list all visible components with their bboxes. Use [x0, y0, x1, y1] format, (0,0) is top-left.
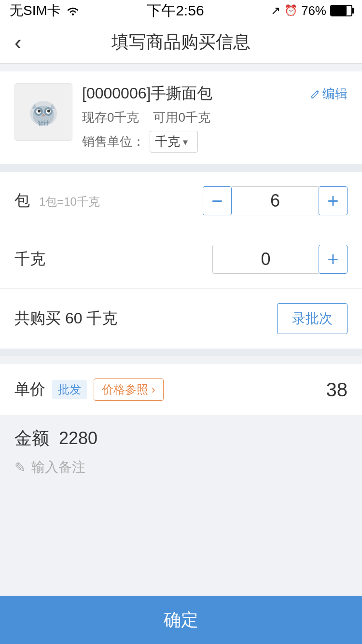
svg-point-0 — [72, 14, 74, 15]
edit-button[interactable]: 编辑 — [310, 85, 348, 102]
page-title: 填写商品购买信息 — [111, 30, 251, 54]
amount-label: 金额 — [14, 428, 49, 448]
kg-plus-button[interactable]: + — [319, 245, 348, 274]
unit-select[interactable]: 千克 ▾ — [150, 131, 198, 153]
status-bar: 无SIM卡 下午2:56 ↗ ⏰ 76% — [0, 0, 362, 21]
stock-spacer — [143, 110, 150, 125]
package-plus-button[interactable]: + — [319, 186, 348, 215]
amount-row: 金额 2280 — [14, 427, 348, 450]
batch-button[interactable]: 录批次 — [277, 303, 348, 334]
alarm-icon: ⏰ — [284, 4, 297, 17]
bottom-padding — [0, 491, 362, 549]
battery-icon — [330, 5, 352, 16]
confirm-button[interactable]: 确定 — [0, 596, 362, 644]
amount-value: 2280 — [54, 428, 97, 448]
product-owl-logo: 智计 — [24, 95, 63, 129]
available-text: 可用0千克 — [153, 110, 210, 125]
carrier-text: 无SIM卡 — [10, 1, 61, 20]
pencil-icon: ✎ — [14, 460, 26, 476]
kg-qty-input[interactable] — [212, 245, 319, 274]
price-left: 单价 批发 价格参照 › — [14, 378, 164, 401]
location-icon: ↗ — [271, 4, 280, 17]
amount-section: 金额 2280 ✎ 输入备注 — [0, 415, 362, 491]
package-label-group: 包 1包=10千克 — [14, 190, 203, 211]
svg-text:智计: 智计 — [38, 120, 49, 126]
price-ref-button[interactable]: 价格参照 › — [94, 378, 164, 401]
package-input-row: 包 1包=10千克 − + — [0, 172, 362, 230]
svg-point-7 — [38, 110, 41, 112]
edit-icon — [310, 88, 320, 99]
product-info: [0000006]手撕面包 编辑 现存0千克 可用0千克 销售单位： 千克 ▾ — [82, 83, 348, 153]
kg-label: 千克 — [14, 249, 212, 270]
price-section: 单价 批发 价格参照 › 38 — [0, 364, 362, 415]
package-hint: 1包=10千克 — [39, 195, 100, 208]
unit-label: 销售单位： — [82, 133, 145, 150]
unit-value: 千克 — [155, 133, 180, 150]
price-label: 单价 — [14, 379, 45, 400]
package-minus-button[interactable]: − — [203, 186, 232, 215]
section-divider-2 — [0, 349, 362, 356]
status-carrier: 无SIM卡 — [10, 1, 80, 20]
product-unit-row: 销售单位： 千克 ▾ — [82, 131, 348, 153]
kg-input-row: 千克 + — [0, 230, 362, 289]
package-qty-input[interactable] — [232, 186, 319, 215]
product-name-row: [0000006]手撕面包 编辑 — [82, 83, 348, 104]
dropdown-arrow-icon: ▾ — [183, 136, 188, 148]
kg-qty-control: + — [212, 245, 348, 274]
product-card: 智计 [0000006]手撕面包 编辑 现存0千克 可用0千克 销售单位： 千克 — [0, 71, 362, 164]
status-time: 下午2:56 — [147, 1, 204, 21]
total-row: 共购买 60 千克 录批次 — [0, 289, 362, 349]
nav-bar: ‹ 填写商品购买信息 — [0, 21, 362, 64]
total-text: 共购买 60 千克 — [14, 308, 117, 329]
remark-row[interactable]: ✎ 输入备注 — [14, 458, 348, 476]
price-value: 38 — [326, 379, 348, 401]
product-image: 智计 — [14, 83, 72, 141]
svg-point-8 — [47, 110, 50, 112]
product-name: [0000006]手撕面包 — [82, 83, 212, 104]
product-stock: 现存0千克 可用0千克 — [82, 109, 348, 126]
stock-text: 现存0千克 — [82, 110, 139, 125]
package-label: 包 — [14, 192, 30, 209]
remark-placeholder: 输入备注 — [31, 458, 85, 476]
status-right: ↗ ⏰ 76% — [271, 3, 352, 18]
back-button[interactable]: ‹ — [14, 30, 31, 55]
edit-label: 编辑 — [322, 85, 348, 102]
package-qty-control: − + — [203, 186, 348, 215]
section-divider-1 — [0, 164, 362, 172]
battery-percentage: 76% — [301, 3, 326, 18]
price-tag: 批发 — [52, 380, 87, 399]
package-input-section: 包 1包=10千克 − + 千克 + — [0, 172, 362, 289]
wifi-icon — [66, 5, 80, 16]
